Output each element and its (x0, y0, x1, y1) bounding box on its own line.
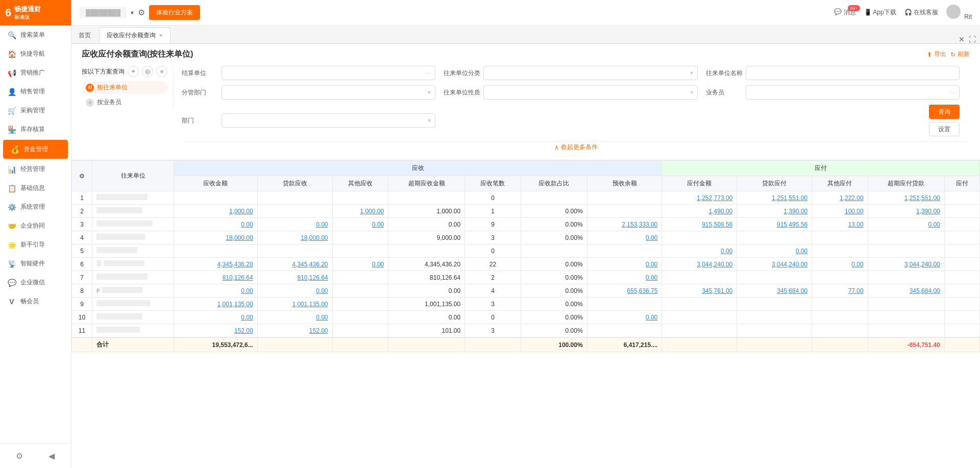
salesperson-input[interactable]: ··· (746, 85, 960, 100)
row-other-payable: 77.00 (812, 284, 868, 298)
row-receivable-count: 2 (465, 271, 521, 284)
tab-maximize-icon[interactable]: ⛶ (969, 35, 976, 43)
table-row: 6 4,345,436.20 4,345,436.20 0.00 4,345,4… (72, 258, 980, 271)
sidebar-item-operation[interactable]: 📊 经营管理 (0, 160, 71, 179)
filter-by-salesperson[interactable]: ○ 按业务员 (82, 96, 168, 109)
row-overdue-payable (868, 271, 944, 284)
export-btn[interactable]: ⬆ 导出 (927, 50, 946, 59)
row-receivable-amount: 0.00 (174, 311, 258, 324)
sidebar-label: 系统管理 (20, 203, 45, 211)
row-overdue-payable: 0.00 (868, 218, 944, 231)
row-overdue-payable (868, 324, 944, 338)
sidebar-label: 企业协同 (20, 221, 45, 230)
row-loan-payable: 915,495.56 (737, 218, 812, 231)
row-prepaid-balance (587, 298, 662, 311)
footer-label: 合计 (92, 337, 174, 352)
sidebar-item-wechat[interactable]: 💬 企业微信 (0, 273, 71, 292)
tab-ar-ap-label: 应收应付余额查询 (107, 31, 156, 40)
settings-btn[interactable]: 设置 (929, 122, 960, 136)
app-name: 畅捷通财 (14, 5, 41, 14)
prev-btn[interactable]: « (156, 66, 167, 77)
row-receivable-ratio: 0.00% (521, 311, 587, 324)
tab-close-icon[interactable]: ✕ (159, 33, 163, 38)
row-other-receivable (332, 191, 388, 205)
th-settings-icon[interactable]: ⚙ (72, 161, 92, 191)
trial-btn[interactable]: 体验行业方案 (149, 5, 200, 20)
tab-ar-ap[interactable]: 应收应付余额查询 ✕ (99, 27, 170, 43)
query-btn[interactable]: 查询 (929, 105, 960, 119)
row-index: 8 (72, 284, 92, 298)
row-index: 1 (72, 191, 92, 205)
sidebar-item-marketing[interactable]: 📢 营销推广 (0, 63, 71, 82)
sidebar-item-sales[interactable]: 👤 销售管理 (0, 82, 71, 101)
row-overdue-receivable (388, 191, 465, 205)
messages-wrap[interactable]: 💬 消息 99+ (834, 8, 856, 17)
service-icon: 🎧 (904, 9, 912, 16)
dept-manager-input[interactable]: ▾ (222, 85, 435, 100)
filter-selector: 按以下方案查询 + ◎ « 财 按往来单位 ○ 按业务员 (82, 66, 174, 109)
sidebar-item-system[interactable]: ⚙️ 系统管理 (0, 198, 71, 216)
sidebar-item-guide[interactable]: 🌟 新手引导 (0, 235, 71, 254)
tab-home[interactable]: 首页 (71, 27, 98, 43)
row-receivable-amount: 810,126.64 (174, 271, 258, 284)
row-other-payable (812, 311, 868, 324)
row-receivable-count: 3 (465, 324, 521, 338)
dots-icon: ··· (426, 69, 431, 77)
sidebar-item-member[interactable]: V 畅会员 (0, 292, 71, 311)
partner-name-label: 往来单位名称 (706, 69, 743, 78)
row-overdue-payable (868, 244, 944, 258)
sidebar-item-smart[interactable]: 📡 智能硬件 (0, 254, 71, 273)
sidebar-item-inventory[interactable]: 🏪 库存核算 (0, 120, 71, 139)
row-payable-extra (944, 284, 979, 298)
sidebar-item-basic[interactable]: 📋 基础信息 (0, 179, 71, 198)
content-area: 应收应付余额查询(按往来单位) ⬆ 导出 ↻ 刷新 (71, 44, 980, 468)
settings-gear-icon[interactable]: ⚙ (138, 8, 145, 17)
row-prepaid-balance: 0.00 (587, 231, 662, 244)
filter-by-customer[interactable]: 财 按往来单位 (82, 81, 168, 94)
field-partner-category: 往来单位分类 ▾ (444, 66, 697, 80)
field-dept-manager: 分管部门 ▾ (182, 85, 435, 100)
tab-close-window-icon[interactable]: ✕ (959, 35, 965, 43)
row-receivable-count: 0 (465, 244, 521, 258)
search-icon: 🔍 (7, 31, 16, 39)
add-scheme-btn[interactable]: + (128, 66, 139, 77)
field-settlement-unit: 结算单位 ··· (182, 66, 435, 80)
partner-nature-input[interactable]: ▾ (483, 85, 697, 100)
refresh-btn[interactable]: ↻ 刷新 (950, 50, 970, 59)
sidebar-item-quick-nav[interactable]: 🏠 快捷导航 (0, 44, 71, 63)
dept-input[interactable]: ▾ (222, 113, 435, 128)
sidebar-item-purchase[interactable]: 🛒 采购管理 (0, 101, 71, 120)
footer-loan-receivable (257, 337, 332, 352)
table-row: 4 18,000.00 18,000.00 9,000.00 3 0.00% 0… (72, 231, 980, 244)
target-btn[interactable]: ◎ (142, 66, 153, 77)
filter-salesperson-label: 按业务员 (97, 98, 121, 107)
sidebar-item-finance[interactable]: 💰 资金管理 (3, 140, 68, 159)
logo-icon: 6 (5, 6, 11, 19)
row-receivable-ratio: 0.00% (521, 298, 587, 311)
row-index: 9 (72, 298, 92, 311)
partner-category-input[interactable]: ▾ (483, 66, 697, 80)
row-index: 2 (72, 205, 92, 218)
message-icon: 💬 (834, 8, 842, 17)
row-payable-amount: 3,044,240.00 (662, 258, 737, 271)
sidebar-item-collab[interactable]: 🤝 企业协同 (0, 216, 71, 235)
dept-label: 部门 (182, 116, 218, 125)
sidebar-collapse-btn[interactable]: ◀ (38, 449, 66, 463)
sidebar-label: 资金管理 (23, 145, 48, 154)
online-service-btn[interactable]: 🎧 在线客服 (904, 8, 938, 17)
row-partner (92, 298, 174, 311)
collapse-btn[interactable]: ∧ 收起更多条件 (554, 143, 598, 152)
breadcrumb-dropdown-icon[interactable]: ▾ (131, 9, 134, 16)
row-prepaid-balance: 655,636.75 (587, 284, 662, 298)
app-download-btn[interactable]: 📱 App下载 (864, 8, 896, 17)
footer-receivable-amount: 19,553,472,6... (174, 337, 258, 352)
footer-prepaid-balance: 6,417,215.... (587, 337, 662, 352)
row-index: 3 (72, 218, 92, 231)
row-payable-extra (944, 311, 979, 324)
sidebar-settings-btn[interactable]: ⚙ (5, 449, 34, 463)
settlement-unit-input[interactable]: ··· (222, 66, 435, 80)
sidebar-item-search-menu[interactable]: 🔍 搜索菜单 (0, 26, 71, 44)
row-receivable-count: 1 (465, 205, 521, 218)
user-area[interactable]: Rit (946, 5, 972, 20)
partner-name-input[interactable] (746, 66, 960, 80)
